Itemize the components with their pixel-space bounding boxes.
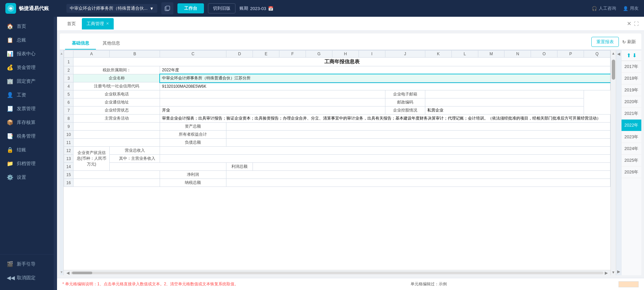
workbench-button[interactable]: 工作台	[177, 3, 204, 13]
row-8-value[interactable]: 审查企业会计报表；出具审计报告；验证企业资本；出具验资报告；办理企业合并、分立、…	[160, 115, 610, 123]
year-up-arrow[interactable]: ⬆	[627, 52, 631, 59]
sidebar-item-inventory[interactable]: 📦库存核算	[0, 116, 57, 129]
tab-close-icon[interactable]: ✕	[106, 21, 109, 26]
example-label: 单元格编辑过：示例	[411, 281, 447, 287]
row-5-left-value[interactable]	[160, 90, 385, 98]
tab-bizreg[interactable]: 工商管理 ✕	[82, 18, 114, 29]
year-item-2017[interactable]: 2017年	[622, 61, 641, 73]
sub-tab-basic[interactable]: 基础信息	[65, 38, 96, 50]
scroll-left-arrow[interactable]: ◀	[65, 271, 71, 275]
copy-icon-btn[interactable]	[161, 2, 173, 14]
consulting-button[interactable]: 🎧 人工咨询	[592, 5, 616, 11]
sidebar-item-home[interactable]: 🏠首页	[0, 19, 57, 33]
scroll-up-arrow[interactable]: ▲	[60, 52, 63, 55]
v-scroll-track[interactable]	[611, 56, 616, 269]
user-area[interactable]: 👤 用友	[623, 5, 639, 11]
row-16-value[interactable]	[226, 179, 610, 187]
v-scroll-up[interactable]: ▲	[611, 50, 616, 56]
sidebar-label-report: 报表中心	[17, 51, 36, 57]
col-header-N: N	[504, 51, 531, 58]
main-content: 首页 工商管理 ✕ ✕ ⛶ 基础信息 其他信息 重置报	[57, 17, 644, 290]
row-6-left-value[interactable]	[160, 98, 385, 106]
sidebar-item-invoice[interactable]: 🧾发票管理	[0, 102, 57, 116]
row-2-label: 税款所属期间：	[73, 66, 160, 74]
sidebar-item-asset[interactable]: 🏢固定资产	[0, 74, 57, 88]
guide-icon: 🎬	[7, 261, 13, 267]
sidebar-label-ledger: 总账	[17, 37, 26, 43]
scroll-down-arrow[interactable]: ▼	[60, 270, 63, 274]
year-item-2020[interactable]: 2020年	[622, 96, 641, 108]
year-item-2022[interactable]: 2022年	[622, 120, 641, 131]
sub-tab-actions: 重置报表 ↻ 刷新	[591, 37, 636, 50]
h-scroll-track[interactable]	[71, 272, 603, 274]
sidebar-item-new-guide[interactable]: 🎬 新手引导	[0, 257, 57, 271]
row-7-right-value[interactable]: 私营企业	[425, 106, 584, 115]
table-row-7: 7企业经营状态开业企业控股情况私营企业	[64, 106, 610, 115]
refresh-label: 刷新	[627, 39, 636, 45]
sidebar-label-tax: 税务管理	[17, 133, 36, 139]
year-item-2018[interactable]: 2018年	[622, 73, 641, 84]
sidebar-item-close[interactable]: 🔒结账	[0, 143, 57, 157]
sidebar-icon-archive: 📁	[7, 160, 13, 167]
tab-home-label: 首页	[67, 21, 76, 27]
table-scroll-wrapper[interactable]: ABCDEFGHIJKLMNOPQ1工商年报信息表2税款所属期间：2022年度3…	[64, 50, 610, 270]
h-scrollbar[interactable]: ◀ ▶	[64, 270, 610, 275]
sidebar-item-tax[interactable]: 📑税务管理	[0, 129, 57, 143]
sidebar-item-payroll[interactable]: 👤工资	[0, 88, 57, 102]
row-3-value[interactable]: 中审众环会计师事务所（特殊普通合伙）江苏分所	[160, 74, 610, 82]
maximize-icon[interactable]: ⛶	[634, 21, 639, 26]
row-6-right-value[interactable]	[425, 98, 584, 106]
sidebar-label-home: 首页	[17, 23, 26, 29]
row-12-value[interactable]	[160, 147, 610, 155]
old-version-button[interactable]: 切到旧版	[208, 3, 235, 13]
v-scroll-thumb[interactable]	[612, 60, 615, 80]
right-panel-handle[interactable]: ◀ ▶	[616, 50, 621, 275]
left-scroll-handle[interactable]: ▲ ▼	[60, 50, 64, 275]
panel-expand-icon[interactable]: ▶	[617, 269, 620, 274]
company-selector[interactable]: 中审众环会计师事务所（特殊普通合伙... ▼	[66, 4, 157, 13]
scroll-right-arrow[interactable]: ▶	[603, 271, 609, 275]
row-5-right-value[interactable]	[425, 90, 584, 98]
row-11-value[interactable]	[226, 139, 610, 147]
v-scrollbar[interactable]: ▲ ▼	[610, 50, 616, 275]
row-4-value[interactable]: 91320100MA208E5W6K	[160, 82, 610, 90]
refresh-button[interactable]: ↻ 刷新	[622, 39, 636, 45]
row-14-label: 利润总额	[226, 163, 253, 171]
row-num-15: 15	[64, 171, 73, 179]
row-num-9: 9	[64, 123, 73, 131]
row-9-value[interactable]	[226, 123, 610, 131]
row-10-value[interactable]	[226, 131, 610, 139]
sub-tab-other[interactable]: 其他信息	[96, 38, 127, 50]
sidebar-item-unpin[interactable]: ◀◀ 取消固定	[0, 271, 57, 285]
row-15-value[interactable]	[226, 171, 610, 179]
sidebar-item-ledger[interactable]: 📋总账	[0, 33, 57, 47]
year-item-2024[interactable]: 2024年	[622, 143, 641, 155]
year-item-2025[interactable]: 2025年	[622, 155, 641, 166]
year-item-2026[interactable]: 2026年	[622, 166, 641, 178]
tab-home[interactable]: 首页	[62, 18, 80, 29]
table-row-13: 13其中：主营业务收入	[64, 155, 610, 163]
row-14-value[interactable]	[253, 163, 610, 171]
row-num-4: 4	[64, 82, 73, 90]
row-2-value[interactable]: 2022年度	[160, 66, 610, 74]
sidebar-item-report[interactable]: 📊报表中心	[0, 47, 57, 61]
panel-collapse-icon[interactable]: ◀	[617, 52, 620, 56]
year-item-2023[interactable]: 2023年	[622, 131, 641, 143]
close-icon[interactable]: ✕	[627, 20, 631, 27]
sidebar-item-settings[interactable]: ⚙️设置	[0, 170, 57, 184]
table-row-3: 3企业名称中审众环会计师事务所（特殊普通合伙）江苏分所	[64, 74, 610, 82]
year-item-2021[interactable]: 2021年	[622, 108, 641, 120]
sidebar-item-archive[interactable]: 📁归档管理	[0, 157, 57, 170]
reset-report-button[interactable]: 重置报表	[591, 37, 619, 47]
row-7-left-value[interactable]: 开业	[160, 106, 385, 115]
v-scroll-down[interactable]: ▼	[611, 269, 616, 275]
sidebar-label-payroll: 工资	[17, 92, 26, 98]
year-item-2019[interactable]: 2019年	[622, 84, 641, 96]
row-13-value[interactable]	[160, 155, 610, 163]
table-row-1: 1工商年报信息表	[64, 58, 610, 66]
calendar-icon[interactable]: 📅	[268, 6, 273, 11]
h-scroll-thumb[interactable]	[72, 272, 92, 274]
year-down-arrow[interactable]: ⬇	[632, 52, 637, 59]
sidebar-item-fund[interactable]: 💰资金管理	[0, 61, 57, 74]
row-10-merged-left	[73, 131, 160, 139]
